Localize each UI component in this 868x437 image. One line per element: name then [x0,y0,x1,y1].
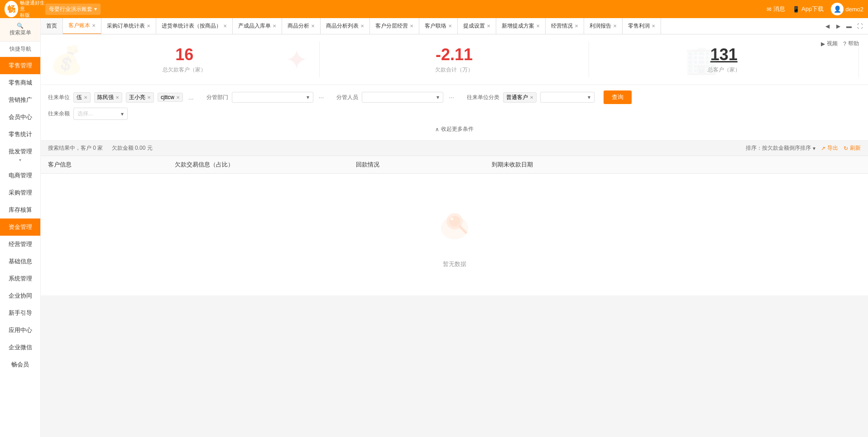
tab-close-icon[interactable]: ✕ [92,23,96,28]
sidebar-item-retail-stats[interactable]: 零售统计 [0,126,40,143]
tab-close-icon[interactable]: ✕ [223,24,227,28]
chevron-down-icon: ▾ [813,145,815,152]
sidebar-item-ecommerce[interactable]: 电商管理 [0,167,40,184]
refresh-button[interactable]: ↻ 刷新 [844,144,861,152]
tab-close-icon[interactable]: ✕ [536,24,540,28]
tab-customer-contact[interactable]: 客户联络 ✕ [419,18,458,34]
sidebar-search[interactable]: 🔍 搜索菜单 [0,18,40,42]
tab-promotion-settings[interactable]: 提成设置 ✕ [458,18,496,34]
sidebar-item-label: 零售统计 [9,130,32,138]
tab-close-icon[interactable]: ✕ [311,24,315,28]
tab-home[interactable]: 首页 [41,18,63,34]
filter-tag-1[interactable]: 陈民强 ✕ [94,92,122,103]
sidebar-item-vip-member[interactable]: 畅会员 [0,356,40,373]
unit-category-tag[interactable]: 普通客户 ✕ [503,92,537,103]
tab-scroll-right-button[interactable]: ▶ [834,22,843,31]
tab-close-icon[interactable]: ✕ [487,24,490,28]
close-icon[interactable]: ✕ [176,95,180,100]
tab-close-icon[interactable]: ✕ [410,24,413,28]
branch-dept-select[interactable]: ▾ [232,92,313,103]
tab-close-icon[interactable]: ✕ [448,24,452,28]
sidebar-item-retail-mall[interactable]: 零售商城 [0,74,40,91]
sidebar-item-wholesale[interactable]: 批发管理 ▾ [0,143,40,167]
account-dropdown[interactable]: 母婴行业演示账套 ▾ [45,4,101,15]
unit-category-select[interactable]: ▾ [540,92,595,103]
tab-close-icon[interactable]: ✕ [273,24,276,28]
balance-select[interactable]: 选择... ▾ [73,108,128,120]
sidebar-item-basic[interactable]: 基础信息 [0,253,40,270]
sidebar-item-label: 企业微信 [9,343,32,352]
collapse-button[interactable]: ∧ 收起更多条件 [48,124,861,135]
top-bar-right: ✉ 消息 📱 App下载 👤 demo2 [767,3,863,15]
sidebar-item-newbie[interactable]: 新手引导 [0,304,40,322]
filter-tag-3[interactable]: cjttcw ✕ [158,93,183,102]
stats-bar: 💰 16 总欠款客户（家） ✦ -2.11 欠款合计（万） 🏢 131 总客户（… [41,34,868,85]
export-button[interactable]: ↗ 导出 [821,144,838,152]
tab-close-icon[interactable]: ✕ [360,24,364,28]
branch-staff-more[interactable]: ··· [447,94,456,101]
query-button[interactable]: 查询 [604,90,632,104]
app-container: 畅 畅捷通好生意 标版 母婴行业演示账套 ▾ ✉ 消息 📱 App下载 👤 de… [0,0,868,437]
tab-purchase-stats-product[interactable]: 进货单统计表（按商品） ✕ [156,18,233,34]
sidebar-item-purchase[interactable]: 采购管理 [0,184,40,201]
tab-close-icon[interactable]: ✕ [147,24,150,28]
tab-close-icon[interactable]: ✕ [575,24,578,28]
tab-close-icon[interactable]: ✕ [652,24,655,28]
tab-retail-profit[interactable]: 零售利润 ✕ [623,18,661,34]
download-icon: 📱 [792,6,800,13]
tab-minimize-button[interactable]: ▬ [844,22,854,31]
help-button[interactable]: ? 帮助 [843,40,859,48]
search-result-bar: 搜索结果中，客户 0 家 欠款金额 0.00 元 排序：按欠款金额倒序排序 ▾ [41,141,868,156]
close-icon[interactable]: ✕ [115,95,119,100]
tab-close-icon[interactable]: ✕ [613,24,617,28]
close-icon[interactable]: ✕ [147,95,151,100]
tab-customer-layer[interactable]: 客户分层经营 ✕ [370,18,419,34]
filter-tag-0[interactable]: 伍 ✕ [73,92,91,103]
sidebar-item-app-center[interactable]: 应用中心 [0,322,40,339]
stat-value-debt-total: -2.11 [436,45,473,64]
belonging-unit-label: 往来单位 [48,94,70,101]
tab-scroll-left-button[interactable]: ◀ [823,22,832,31]
tab-product-instock[interactable]: 产成品入库单 ✕ [233,18,282,34]
close-icon[interactable]: ✕ [84,95,87,100]
tab-customers[interactable]: 客户账本 ✕ [63,18,101,34]
chevron-down-icon: ▾ [121,111,124,117]
unit-category-label: 往来单位分类 [467,94,499,101]
tab-maximize-button[interactable]: ⛶ [855,22,864,31]
sort-select[interactable]: 排序：按欠款金额倒序排序 ▾ [746,144,815,152]
tab-profit-report[interactable]: 利润报告 ✕ [584,18,623,34]
logo-icon: 畅 [5,1,18,17]
close-icon[interactable]: ✕ [530,95,533,100]
sidebar-quick-nav[interactable]: 快捷导航 [0,42,40,57]
help-icon: ? [843,41,846,47]
video-help-button[interactable]: ▶ 视频 [821,40,838,48]
sidebar-item-inventory[interactable]: 库存核算 [0,201,40,218]
tab-purchase-order-stats[interactable]: 采购订单统计表 ✕ [101,18,156,34]
filter-tag-2[interactable]: 王小亮 ✕ [126,92,154,103]
user-profile[interactable]: 👤 demo2 [831,3,863,15]
tab-product-analysis-list[interactable]: 商品分析列表 ✕ [321,18,370,34]
branch-dept-more[interactable]: ··· [317,94,326,101]
app-download-button[interactable]: 📱 App下载 [792,5,824,13]
sidebar-item-finance[interactable]: 资金管理 [0,218,40,236]
tab-product-analysis[interactable]: 商品分析 ✕ [282,18,321,34]
sidebar-item-marketing[interactable]: 营销推广 [0,91,40,109]
more-filters-button[interactable]: ... [187,94,196,101]
sidebar-item-label: 采购管理 [9,189,32,197]
top-bar: 畅 畅捷通好生意 标版 母婴行业演示账套 ▾ ✉ 消息 📱 App下载 👤 de… [0,0,868,18]
tab-operation-status[interactable]: 经营情况 ✕ [546,18,584,34]
svg-point-2 [449,216,460,227]
branch-staff-select[interactable]: ▾ [362,92,443,103]
table-col-customer-info: 客户信息 [48,161,175,169]
sidebar-item-retail[interactable]: 零售管理 [0,57,40,74]
sidebar: 🔍 搜索菜单 快捷导航 零售管理 零售商城 营销推广 会员中心 零售统计 [0,18,41,437]
sidebar-item-enterprise-wechat[interactable]: 企业微信 [0,339,40,356]
logo-area: 畅 畅捷通好生意 标版 [5,0,45,18]
sidebar-item-label: 营销推广 [9,96,32,104]
tab-new-promotion-plan[interactable]: 新增提成方案 ✕ [496,18,546,34]
sidebar-item-operation[interactable]: 经营管理 [0,236,40,253]
sidebar-item-enterprise-collab[interactable]: 企业协同 [0,287,40,304]
sidebar-item-system[interactable]: 系统管理 [0,270,40,287]
sidebar-item-member[interactable]: 会员中心 [0,109,40,126]
messages-button[interactable]: ✉ 消息 [767,5,785,13]
